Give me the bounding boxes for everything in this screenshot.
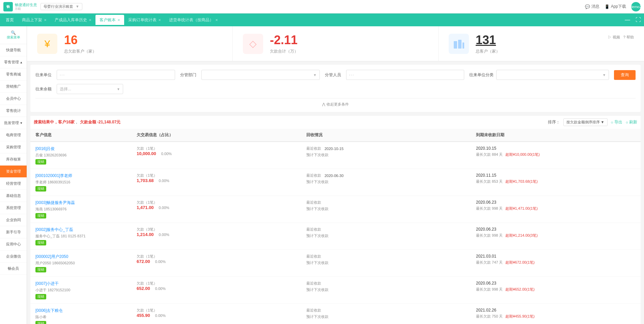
tab-purchase-order[interactable]: 采购订单统计表 ✕ [124,15,165,25]
filter-select-balance[interactable]: 选择... ▼ [57,84,123,94]
chevron-up-icon: ⋀ [322,102,325,106]
collection-label-5: 最近收款 [306,281,321,286]
stat-icon-debt: ◇ [243,34,263,54]
close-icon[interactable]: ✕ [117,18,120,22]
customer-sub-5: 小进干 18279152100 [35,288,127,293]
sidebar-item-enterprise-wechat[interactable]: 企业微信 [0,251,27,263]
stat-info-debt: -2.11 欠款合计（万） [270,33,298,54]
close-icon[interactable]: ✕ [44,18,47,22]
customer-sub-4: 用户2050 18665062050 [35,261,127,266]
td-due-4: 2021.03.01 最长欠款 747 天 超期¥672.00(1笔) [471,250,641,276]
sidebar-item-ecommerce[interactable]: 电商管理 [0,129,27,141]
sidebar-item-finance[interactable]: 资金管理 [0,166,27,178]
debt-amount-0[interactable]: 10,000.00 [137,151,156,156]
customer-name-2[interactable]: [0003]畅捷服务尹海蕊 [35,200,127,206]
overdue-amount-0[interactable]: 超期¥10,000.00(1笔) [505,152,540,157]
overdue-amount-3[interactable]: 超期¥1,214.00(3笔) [505,233,537,238]
logo-area: 畅 畅捷通好生意 示範 [3,2,37,11]
sidebar-item-purchase[interactable]: 采购管理 [0,141,27,153]
tab-bar: 首页 商品上下架 ✕ 产成品入库单历史 ✕ 客户账本 ✕ 采购订单统计表 ✕ 进… [0,13,644,26]
overdue-amount-1[interactable]: 超期¥1,703.68(1笔) [505,179,537,184]
industry-selector[interactable]: 母婴行业演示账套 ▼ [40,3,82,10]
overdue-amount-5[interactable]: 超期¥652.00(1笔) [505,287,534,292]
debt-amount-5[interactable]: 652.00 [137,286,150,291]
sidebar-item-app-center[interactable]: 应用中心 [0,238,27,251]
refresh-btn[interactable]: ○ 刷新 [626,119,637,125]
svg-rect-0 [454,41,457,49]
results-text: 搜索结果中，客户16家， 欠款金额 -21,148.07元 [34,119,120,125]
user-btn[interactable]: demo2 [631,2,641,11]
sidebar-item-batch-mgmt[interactable]: 批发管理 ▼ [0,117,27,129]
tab-home[interactable]: 首页 [2,15,18,25]
sidebar-item-basic-info[interactable]: 基础信息 [0,190,27,202]
customer-name-1[interactable]: [0001020001]李老师 [35,173,127,179]
filter-input-unit[interactable]: ··· [57,70,175,80]
customer-name-5[interactable]: [0007]小进干 [35,281,127,287]
td-debt-5: 欠款（1笔） 652.00 0.00% [132,277,301,303]
minimize-icon[interactable]: — [623,16,632,24]
top-right: 💬 消息 📱 App下载 demo2 [585,2,641,11]
customer-name-4[interactable]: [000002]用户2050 [35,254,127,260]
debt-amount-6[interactable]: 455.90 [137,313,150,318]
tag-xianxiao-0: 现销 [35,159,46,165]
sidebar-item-member[interactable]: 会员中心 [0,93,27,105]
overdue-days-1: 最长欠款 853 天 [476,179,503,184]
filter-input-person[interactable]: ··· [346,70,465,80]
customer-name-3[interactable]: [0002]服务中心_丁磊 [35,227,127,233]
search-button[interactable]: 查询 [614,70,636,80]
overdue-days-0: 最长欠款 884 天 [476,152,503,157]
tab-goods-toggle[interactable]: 商品上下架 ✕ [18,15,51,25]
sidebar-item-system[interactable]: 系统管理 [0,202,27,214]
debt-percent-1: 0.00% [159,179,169,183]
td-customer-0: [0016]吕俊 吕俊 13026203696 现销 [30,142,132,169]
tag-xianxiao-5: 现销 [35,294,46,299]
next-collection-label-2: 预计下次收款 [306,207,329,211]
th-debt: 欠交易信息（占比） [132,129,301,141]
sidebar-item-retail-mall[interactable]: 零售商城 [0,68,27,81]
message-btn[interactable]: 💬 消息 [585,4,599,9]
sidebar-item-vip-member[interactable]: 畅会员 [0,263,27,275]
overdue-amount-4[interactable]: 超期¥672.00(1笔) [505,260,534,265]
sort-select[interactable]: 按欠款金额倒序排序 ▼ [563,118,608,126]
td-debt-1: 欠款（1笔） 1,703.68 0.00% [132,169,301,196]
search-menu-btn[interactable]: 🔍 搜索菜单 [2,29,25,41]
overdue-amount-6[interactable]: 超期¥455.90(1笔) [505,314,534,319]
sidebar-item-inventory[interactable]: 库存核算 [0,153,27,166]
sidebar-item-retail-stats[interactable]: 零售统计 [0,105,27,117]
customer-name-0[interactable]: [0016]吕俊 [35,146,127,152]
close-icon[interactable]: ✕ [158,18,161,22]
customer-name-6[interactable]: [0006]去下粮仓 [35,308,127,314]
sidebar-item-business[interactable]: 经营管理 [0,178,27,190]
export-btn[interactable]: ○ 导出 [611,119,622,125]
sidebar-item-retail-mgmt[interactable]: 零售管理 ▲ [0,56,27,68]
debt-amount-3[interactable]: 1,214.00 [137,232,154,237]
close-icon[interactable]: ✕ [89,18,91,22]
debt-amount-1[interactable]: 1,703.68 [137,178,154,183]
overdue-amount-2[interactable]: 超期¥1,471.00(1笔) [505,206,537,211]
td-collection-0: 最近收款 2020-10-15 预计下次收款 [301,142,471,169]
chevron-down-icon: ▼ [117,87,120,91]
help-btn[interactable]: ? 帮助 [623,35,634,40]
tab-product-history[interactable]: 产成品入库单历史 ✕ [51,15,95,25]
sidebar-item-marketing[interactable]: 营销推广 [0,81,27,93]
filter-select-category[interactable]: ▼ [496,70,609,80]
maximize-icon[interactable]: ⛶ [634,16,642,24]
debt-amount-2[interactable]: 1,471.00 [137,205,154,210]
filter-group-balance: 往来余额 选择... ▼ [35,84,123,94]
debt-amount-4[interactable]: 672.00 [137,259,150,264]
customer-sub-0: 吕俊 13026203696 [35,153,127,158]
filter-select-dept[interactable]: ▼ [201,70,320,80]
sidebar-item-new-guide[interactable]: 新手引导 [0,226,27,238]
table-row: [0001020001]李老师 李老师 18600391516 现销 欠款（1笔… [30,169,641,196]
close-icon[interactable]: ✕ [215,18,218,22]
tag-xianxiao-1: 现销 [35,186,46,192]
collapse-btn[interactable]: ⋀ 收起更多条件 [322,102,348,106]
td-customer-3: [0002]服务中心_丁磊 服务中心_丁磊 181 0125 8371 现销 [30,223,132,249]
tab-purchase-stats[interactable]: 进货单统计表（按商品） ✕ [165,15,222,25]
td-due-5: 2020.06.23 最长欠款 998 天 超期¥652.00(1笔) [471,277,641,303]
video-help-btn[interactable]: ▷ 视频 [608,35,620,40]
tab-customer-account[interactable]: 客户账本 ✕ [95,15,124,25]
app-download-btn[interactable]: 📱 App下载 [605,4,626,9]
sidebar-item-quick-nav[interactable]: 快捷导航 [0,44,27,56]
sidebar-item-enterprise[interactable]: 企业协同 [0,214,27,226]
